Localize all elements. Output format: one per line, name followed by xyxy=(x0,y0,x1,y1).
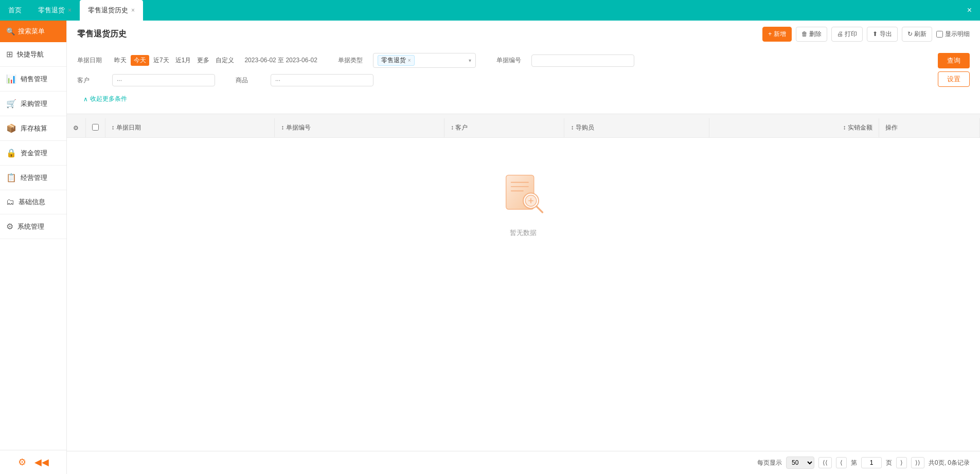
sidebar-gear-button[interactable]: ⚙ xyxy=(18,457,26,468)
top-tab-bar: 首页 零售退货 × 零售退货历史 × × xyxy=(0,0,980,21)
filter-item-voucher-type: 单据类型 零售退货 × ▾ xyxy=(338,53,476,68)
voucher-date-label: 单据日期 xyxy=(77,56,108,65)
voucher-type-label: 单据类型 xyxy=(338,56,369,65)
page-title-row: 零售退货历史 + 新增 🗑 删除 🖨 打印 ⬆ 导出 ↻ 刷新 显示明细 xyxy=(77,27,970,42)
data-table: ⚙ ↕ 单据日期 ↕ 单据编号 ↕ 客户 xyxy=(67,118,980,268)
voucher-no-label: 单据编号 xyxy=(496,56,527,65)
customer-input[interactable] xyxy=(112,74,215,86)
set-button[interactable]: 设置 xyxy=(938,71,970,87)
total-info: 共0页, 0条记录 xyxy=(929,459,970,467)
sidebar-item-sales-mgmt[interactable]: 📊 销售管理 xyxy=(0,67,66,92)
empty-text: 暂无数据 xyxy=(510,228,537,238)
filter-item-date: 单据日期 昨天 今天 近7天 近1月 更多 自定义 2023-06-02 至 2… xyxy=(77,55,317,66)
th-settings[interactable]: ⚙ xyxy=(67,118,85,138)
filter-row-1: 单据日期 昨天 今天 近7天 近1月 更多 自定义 2023-06-02 至 2… xyxy=(77,53,938,70)
operations-icon: 📋 xyxy=(6,173,16,183)
base-info-icon: 🗂 xyxy=(6,197,14,207)
sidebar: 🔍 搜索菜单 ⊞ 快捷导航 📊 销售管理 🛒 采购管理 📦 库存核算 🔒 资金管… xyxy=(0,21,67,474)
select-all-checkbox[interactable] xyxy=(92,124,99,131)
voucher-no-input[interactable] xyxy=(531,54,634,67)
sidebar-bottom: ⚙ ◀◀ xyxy=(0,450,66,474)
sidebar-item-quick-nav[interactable]: ⊞ 快捷导航 xyxy=(0,42,66,67)
filter-item-voucher-no: 单据编号 xyxy=(496,54,634,67)
sidebar-search[interactable]: 🔍 搜索菜单 xyxy=(0,21,66,42)
voucher-type-tag-close[interactable]: × xyxy=(408,58,411,63)
show-detail-checkbox[interactable] xyxy=(936,31,943,38)
table-header-row: ⚙ ↕ 单据日期 ↕ 单据编号 ↕ 客户 xyxy=(67,118,980,138)
page-header: 零售退货历史 + 新增 🗑 删除 🖨 打印 ⬆ 导出 ↻ 刷新 显示明细 xyxy=(67,21,980,114)
page-number-input[interactable] xyxy=(861,457,882,468)
print-button[interactable]: 🖨 打印 xyxy=(831,27,863,42)
query-set-col: 查询 设置 xyxy=(938,53,970,87)
sys-mgmt-icon: ⚙ xyxy=(6,222,13,231)
prev-page-button[interactable]: ⟨ xyxy=(836,457,847,468)
sidebar-item-operations[interactable]: 📋 经营管理 xyxy=(0,166,66,190)
filter-item-customer: 客户 xyxy=(77,74,215,86)
empty-state-icon xyxy=(497,169,549,220)
sidebar-item-inventory[interactable]: 📦 库存核算 xyxy=(0,116,66,141)
goods-label: 商品 xyxy=(236,76,266,85)
voucher-type-arrow: ▾ xyxy=(469,58,471,63)
sidebar-item-finance[interactable]: 🔒 资金管理 xyxy=(0,141,66,166)
new-button[interactable]: + 新增 xyxy=(762,27,791,42)
date-opt-custom[interactable]: 自定义 xyxy=(213,55,236,66)
date-opt-1month[interactable]: 近1月 xyxy=(173,55,193,66)
filter-area: 单据日期 昨天 今天 近7天 近1月 更多 自定义 2023-06-02 至 2… xyxy=(77,48,970,114)
inventory-icon: 📦 xyxy=(6,123,16,133)
sidebar-item-sys-mgmt[interactable]: ⚙ 系统管理 xyxy=(0,214,66,239)
collapse-icon: ∧ xyxy=(83,96,88,103)
content-area: 零售退货历史 + 新增 🗑 删除 🖨 打印 ⬆ 导出 ↻ 刷新 显示明细 xyxy=(67,21,980,474)
table-body: 暂无数据 xyxy=(67,138,980,269)
page-label: 第 xyxy=(851,459,857,467)
tab-retail-return[interactable]: 零售退货 × xyxy=(30,0,80,21)
voucher-type-tag: 零售退货 × xyxy=(378,55,415,66)
finance-icon: 🔒 xyxy=(6,148,16,158)
th-voucher-no[interactable]: ↕ 单据编号 xyxy=(275,118,444,138)
goods-input[interactable] xyxy=(271,74,373,86)
page-unit: 页 xyxy=(886,459,892,467)
first-page-button[interactable]: ⟨⟨ xyxy=(818,457,832,468)
refresh-button[interactable]: ↻ 刷新 xyxy=(902,27,932,42)
th-guide[interactable]: ↕ 导购员 xyxy=(564,118,709,138)
main-layout: 🔍 搜索菜单 ⊞ 快捷导航 📊 销售管理 🛒 采购管理 📦 库存核算 🔒 资金管… xyxy=(0,21,980,474)
voucher-type-select[interactable]: 零售退货 × ▾ xyxy=(373,53,476,68)
export-button[interactable]: ⬆ 导出 xyxy=(867,27,897,42)
close-tab-retail-return[interactable]: × xyxy=(68,7,72,14)
date-opt-more[interactable]: 更多 xyxy=(195,55,211,66)
sidebar-item-base-info[interactable]: 🗂 基础信息 xyxy=(0,190,66,214)
date-options: 昨天 今天 近7天 近1月 更多 自定义 xyxy=(112,55,236,66)
empty-state-row: 暂无数据 xyxy=(67,138,980,269)
last-page-button[interactable]: ⟩⟩ xyxy=(911,457,924,468)
tab-home[interactable]: 首页 xyxy=(0,0,30,21)
per-page-label: 每页显示 xyxy=(757,459,782,467)
per-page-select[interactable]: 20 50 100 xyxy=(786,457,814,469)
th-actual-amount[interactable]: ↕ 实销金额 xyxy=(709,118,879,138)
collapse-button[interactable]: ∧ 收起更多条件 xyxy=(77,93,133,105)
th-voucher-date[interactable]: ↕ 单据日期 xyxy=(105,118,275,138)
th-checkbox[interactable] xyxy=(85,118,105,138)
th-customer[interactable]: ↕ 客户 xyxy=(444,118,564,138)
empty-state: 暂无数据 xyxy=(67,138,980,268)
search-icon: 🔍 xyxy=(6,27,15,35)
sidebar-audio-button[interactable]: ◀◀ xyxy=(34,457,49,468)
table-container: ⚙ ↕ 单据日期 ↕ 单据编号 ↕ 客户 xyxy=(67,118,980,451)
purchase-mgmt-icon: 🛒 xyxy=(6,99,16,108)
sidebar-item-purchase-mgmt[interactable]: 🛒 采购管理 xyxy=(0,92,66,116)
date-opt-yesterday[interactable]: 昨天 xyxy=(112,55,129,66)
window-close-button[interactable]: × xyxy=(959,6,980,15)
query-button[interactable]: 查询 xyxy=(938,53,970,68)
pagination-bar: 每页显示 20 50 100 ⟨⟨ ⟨ 第 页 ⟩ ⟩⟩ 共0页, 0条记录 xyxy=(67,451,980,474)
customer-label: 客户 xyxy=(77,76,108,85)
date-range: 2023-06-02 至 2023-06-02 xyxy=(244,56,317,65)
date-opt-7days[interactable]: 近7天 xyxy=(151,55,171,66)
show-detail-label[interactable]: 显示明细 xyxy=(936,30,970,39)
filter-item-goods: 商品 xyxy=(236,74,373,86)
tab-retail-return-history[interactable]: 零售退货历史 × xyxy=(80,0,143,21)
close-tab-retail-return-history[interactable]: × xyxy=(131,7,135,14)
page-title: 零售退货历史 xyxy=(77,29,127,40)
th-action: 操作 xyxy=(879,118,979,138)
date-opt-today[interactable]: 今天 xyxy=(131,55,149,66)
delete-button[interactable]: 🗑 删除 xyxy=(796,27,827,42)
next-page-button[interactable]: ⟩ xyxy=(896,457,907,468)
quick-nav-icon: ⊞ xyxy=(6,49,13,59)
